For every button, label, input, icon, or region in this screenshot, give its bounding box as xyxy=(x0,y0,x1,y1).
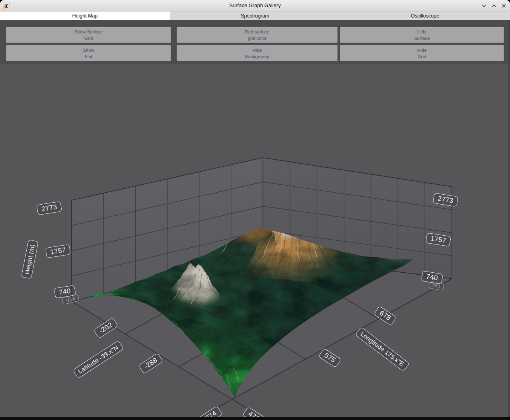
show-surface-grid-button[interactable]: Show Surface Grid xyxy=(6,27,171,43)
surface-3d-view[interactable] xyxy=(0,0,510,420)
button-label: Show xyxy=(83,47,94,53)
minimize-button[interactable] xyxy=(481,3,487,9)
hide-background-button[interactable]: Hide Background xyxy=(177,45,338,61)
button-label: Grid xyxy=(84,35,93,41)
close-icon xyxy=(501,3,506,8)
title-bar[interactable]: X Surface Graph Gallery xyxy=(0,0,510,12)
red-surface-grid-color-button[interactable]: Red surface grid color xyxy=(177,27,338,43)
maximize-button[interactable] xyxy=(491,3,497,9)
button-label: Red surface xyxy=(245,29,269,35)
tab-spectrogram[interactable]: Spectrogram xyxy=(170,11,340,20)
button-label: Flat xyxy=(85,53,92,60)
button-label: Background xyxy=(245,53,269,60)
show-flat-button[interactable]: Show Flat xyxy=(6,45,171,61)
right-edge-strip xyxy=(508,20,510,417)
button-label: grid color xyxy=(248,35,267,41)
hide-surface-button[interactable]: Hide Surface xyxy=(340,27,504,43)
app-window: 2773 1757 740 -116 Height (m) 2773 1757 … xyxy=(0,0,510,420)
chevron-up-icon xyxy=(491,3,496,8)
close-button[interactable] xyxy=(501,3,507,9)
window-title: Surface Graph Gallery xyxy=(0,0,510,11)
button-label: Surface xyxy=(414,35,430,41)
button-label: Hide xyxy=(417,29,427,35)
tab-height-map[interactable]: Height Map xyxy=(0,11,170,20)
button-label: Show Surface xyxy=(74,29,103,35)
window-controls xyxy=(481,0,507,11)
tab-bar: Height Map Spectrogram Oscilloscope xyxy=(0,11,510,20)
screen-bottom-edge xyxy=(0,417,510,420)
tab-oscilloscope[interactable]: Oscilloscope xyxy=(340,11,510,20)
button-label: Hide xyxy=(417,47,427,53)
hide-grid-button[interactable]: Hide Grid xyxy=(340,45,504,61)
button-label: Hide xyxy=(253,47,262,53)
button-label: Grid xyxy=(418,53,426,60)
chevron-down-icon xyxy=(481,3,487,8)
